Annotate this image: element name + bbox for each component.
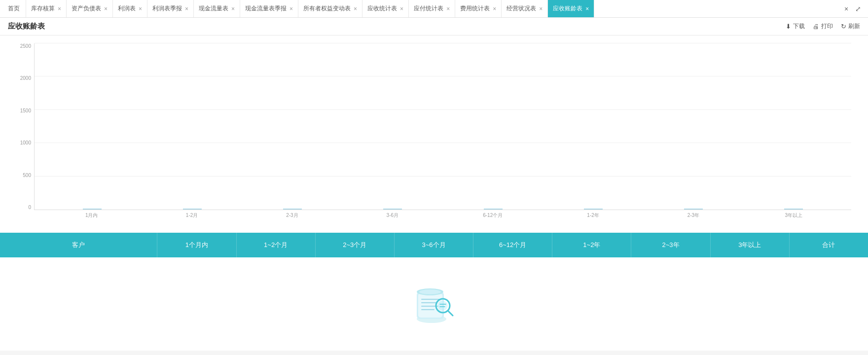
x-label: 1-2年	[581, 212, 606, 219]
chart-section: 05001000150020002500	[0, 36, 868, 233]
tab-close-icon[interactable]: ×	[400, 5, 403, 12]
tab-aging[interactable]: 应收账龄表×	[548, 0, 594, 18]
empty-illustration	[404, 277, 464, 326]
svg-line-11	[448, 311, 453, 316]
tab-close-icon[interactable]: ×	[354, 5, 357, 12]
bar-group	[283, 209, 302, 210]
tab-label: 应收统计表	[367, 4, 397, 13]
y-label: 500	[23, 173, 31, 178]
home-tab-label: 首页	[8, 4, 20, 13]
print-label: 打印	[821, 22, 833, 31]
refresh-button[interactable]: ↻ 刷新	[841, 22, 860, 31]
y-label: 2500	[20, 43, 31, 49]
tab-bar: 首页 库存核算×资产负债表×利润表×利润表季报×现金流量表×现金流量表季报×所有…	[0, 0, 868, 18]
tab-label: 费用统计表	[460, 4, 490, 13]
bar-group	[484, 209, 503, 210]
chart-plot-area	[34, 43, 851, 210]
table-header-cell-3: 2~3个月	[316, 233, 395, 257]
maximize-icon: ⤢	[855, 5, 861, 13]
download-label: 下载	[793, 22, 805, 31]
x-label: 1-2月	[180, 212, 204, 219]
table-header-cell-2: 1~2个月	[237, 233, 316, 257]
bar	[484, 209, 503, 210]
x-label: 2-3年	[681, 212, 706, 219]
download-button[interactable]: ⬇ 下载	[786, 22, 805, 31]
bar-group	[784, 209, 803, 210]
print-button[interactable]: 🖨 打印	[813, 22, 833, 31]
y-axis: 05001000150020002500	[12, 43, 34, 210]
bar-group	[83, 209, 102, 210]
table-header: 客户1个月内1~2个月2~3个月3~6个月6~12个月1~2年2~3年3年以上合…	[0, 233, 868, 257]
tab-home[interactable]: 首页	[2, 0, 26, 18]
refresh-label: 刷新	[848, 22, 860, 31]
y-label: 1000	[20, 140, 31, 145]
x-label: 1月内	[79, 212, 104, 219]
svg-point-4	[419, 289, 441, 294]
tab-label: 经营状况表	[506, 4, 536, 13]
tab-close-icon[interactable]: ×	[493, 5, 496, 12]
close-icon: ×	[844, 5, 848, 13]
page-title: 应收账龄表	[8, 22, 45, 31]
tab-close-icon[interactable]: ×	[585, 5, 589, 12]
tab-close-icon[interactable]: ×	[104, 5, 108, 12]
tab-payable_stat[interactable]: 应付统计表×	[409, 0, 455, 18]
bar-group	[684, 209, 703, 210]
maximize-button[interactable]: ⤢	[854, 5, 862, 13]
bar	[83, 209, 102, 210]
bar	[584, 209, 603, 210]
tab-close-icon[interactable]: ×	[539, 5, 542, 12]
bar-group	[584, 209, 603, 210]
bar	[283, 209, 302, 210]
table-header-cell-1: 1个月内	[157, 233, 236, 257]
tab-cashflow_quarter[interactable]: 现金流量表季报×	[240, 0, 298, 18]
y-label: 0	[28, 205, 31, 210]
tab-label: 现金流量表季报	[245, 4, 287, 13]
tab-label: 现金流量表	[199, 4, 228, 13]
tab-close-icon[interactable]: ×	[446, 5, 450, 12]
chart-container: 05001000150020002500	[12, 43, 856, 225]
tab-close-icon[interactable]: ×	[289, 5, 293, 12]
bar-group	[183, 209, 202, 210]
tab-label: 应收账龄表	[553, 4, 582, 13]
table-header-cell-7: 2~3年	[631, 233, 710, 257]
tab-label: 利润表季报	[152, 4, 182, 13]
tab-profit[interactable]: 利润表×	[113, 0, 147, 18]
tab-label: 利润表	[118, 4, 136, 13]
tab-close-icon[interactable]: ×	[58, 5, 61, 12]
bar	[183, 209, 202, 210]
tab-close-icon[interactable]: ×	[231, 5, 235, 12]
tab-inventory[interactable]: 库存核算×	[26, 0, 67, 18]
x-label: 2-3月	[280, 212, 304, 219]
main-content: 05001000150020002500	[0, 36, 868, 351]
x-label: 6-12个月	[480, 212, 505, 219]
tab-expense_stat[interactable]: 费用统计表×	[455, 0, 502, 18]
tab-close-icon[interactable]: ×	[139, 5, 142, 12]
y-label: 2000	[20, 75, 31, 81]
refresh-icon: ↻	[841, 23, 846, 30]
tab-label: 所有者权益变动表	[303, 4, 351, 13]
table-header-cell-6: 1~2年	[552, 233, 631, 257]
tab-close-icon[interactable]: ×	[185, 5, 188, 12]
close-button[interactable]: ×	[842, 5, 850, 13]
svg-point-10	[438, 301, 448, 311]
table-header-cell-5: 6~12个月	[473, 233, 552, 257]
x-axis: 1月内1-2月2-3月3-6月6-12个月1-2年2-3年3年以上	[34, 210, 851, 225]
tab-receivable_stat[interactable]: 应收统计表×	[362, 0, 409, 18]
window-controls: × ⤢	[842, 5, 866, 13]
table-header-cell-0: 客户	[0, 233, 157, 257]
y-label: 1500	[20, 108, 31, 113]
tab-cashflow[interactable]: 现金流量表×	[194, 0, 240, 18]
header-actions: ⬇ 下载 🖨 打印 ↻ 刷新	[786, 22, 860, 31]
tab-balance[interactable]: 资产负债表×	[67, 0, 113, 18]
tab-label: 应付统计表	[414, 4, 443, 13]
bars-area	[35, 43, 851, 210]
table-header-cell-9: 合计	[790, 233, 868, 257]
bar	[383, 209, 402, 210]
tab-profit_quarter[interactable]: 利润表季报×	[147, 0, 194, 18]
bar	[784, 209, 803, 210]
page-header: 应收账龄表 ⬇ 下载 🖨 打印 ↻ 刷新	[0, 18, 868, 36]
tab-label: 资产负债表	[72, 4, 101, 13]
bar-group	[383, 209, 402, 210]
tab-equity[interactable]: 所有者权益变动表×	[298, 0, 362, 18]
tab-operations[interactable]: 经营状况表×	[502, 0, 548, 18]
